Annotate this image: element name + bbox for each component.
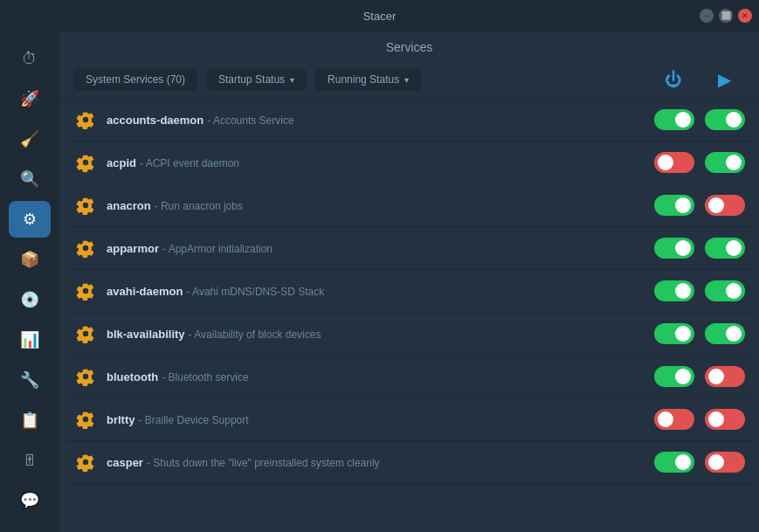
running-toggle[interactable] [705, 452, 745, 473]
startup-toggle[interactable] [654, 323, 694, 344]
service-name: blk-availability [107, 328, 185, 341]
service-gear-icon [73, 450, 98, 474]
toggle-group [654, 452, 745, 473]
sidebar-item-services[interactable]: ⚙ [9, 201, 51, 238]
service-row: casper - Shuts down the "live" preinstal… [66, 441, 752, 484]
toolbar: System Services (70) Startup Status ▾ Ru… [59, 61, 759, 99]
startup-toggle[interactable] [654, 238, 694, 259]
running-status-chevron: ▾ [404, 75, 409, 85]
startup-toggle[interactable] [654, 109, 694, 130]
service-description: - Braille Device Support [139, 414, 249, 426]
services-list: accounts-daemon - Accounts Service acpid… [59, 99, 759, 532]
service-name: apparmor [107, 242, 159, 255]
service-info: bluetooth - Bluetooth service [107, 370, 645, 383]
service-description: - Run anacron jobs [155, 200, 243, 212]
play-column-header: ▶ [703, 69, 745, 90]
system-services-label: System Services (70) [86, 73, 185, 86]
service-gear-icon [73, 193, 98, 218]
startup-status-label: Startup Status [218, 73, 285, 86]
running-toggle[interactable] [705, 152, 745, 173]
toggle-group [654, 409, 745, 430]
service-row: blk-availability - Availability of block… [66, 313, 752, 356]
sidebar-item-dashboard[interactable]: ⏱ [9, 40, 51, 77]
service-info: accounts-daemon - Accounts Service [107, 114, 645, 127]
service-row: avahi-daemon - Avahi mDNS/DNS-SD Stack [66, 270, 752, 313]
sidebar: ⏱🚀🧹🔍⚙📦💿📊🔧📋🎚💬 [0, 31, 59, 532]
service-gear-icon [73, 236, 98, 260]
service-row: anacron - Run anacron jobs [66, 184, 752, 227]
close-button[interactable]: ✕ [738, 9, 752, 23]
running-status-label: Running Status [328, 73, 399, 86]
startup-toggle[interactable] [654, 152, 694, 173]
startup-status-filter[interactable]: Startup Status ▾ [206, 68, 307, 91]
window-controls: − ⬜ ✕ [700, 9, 752, 23]
service-row: bluetooth - Bluetooth service [66, 356, 752, 398]
service-name: bluetooth [107, 370, 158, 383]
running-toggle[interactable] [705, 195, 745, 216]
service-gear-icon [73, 407, 98, 432]
running-toggle[interactable] [705, 238, 745, 259]
toggle-group [654, 323, 745, 344]
main-content: Services System Services (70) Startup St… [59, 31, 759, 532]
service-info: anacron - Run anacron jobs [107, 199, 645, 212]
sidebar-item-settings[interactable]: 🔧 [9, 362, 51, 398]
service-info: casper - Shuts down the "live" preinstal… [107, 456, 645, 469]
service-info: acpid - ACPI event daemon [107, 156, 645, 169]
running-toggle[interactable] [705, 323, 745, 344]
running-status-filter[interactable]: Running Status ▾ [315, 68, 421, 91]
service-name: casper [107, 456, 143, 469]
section-title: Services [59, 31, 759, 61]
service-description: - Bluetooth service [162, 371, 248, 383]
sidebar-item-box[interactable]: 📋 [9, 402, 51, 439]
service-name: accounts-daemon [107, 114, 204, 127]
service-info: blk-availability - Availability of block… [107, 328, 645, 341]
sidebar-item-packages[interactable]: 📦 [9, 241, 51, 278]
service-description: - ACPI event daemon [140, 157, 239, 169]
startup-toggle[interactable] [654, 409, 694, 430]
toggle-group [654, 109, 745, 130]
running-toggle[interactable] [705, 409, 745, 430]
service-gear-icon [73, 364, 98, 389]
sidebar-item-mixer[interactable]: 🎚 [9, 442, 51, 479]
title-bar: Stacer − ⬜ ✕ [0, 0, 759, 31]
service-name: acpid [107, 156, 136, 169]
service-description: - Shuts down the "live" preinstalled sys… [147, 457, 380, 469]
service-info: apparmor - AppArmor initialization [107, 242, 645, 255]
startup-toggle[interactable] [654, 366, 694, 387]
window-title: Stacer [363, 10, 397, 23]
service-info: brltty - Braille Device Support [107, 413, 645, 426]
toggle-group [654, 195, 745, 216]
running-toggle[interactable] [705, 280, 745, 301]
sidebar-item-disk[interactable]: 💿 [9, 281, 51, 318]
running-toggle[interactable] [705, 109, 745, 130]
service-info: avahi-daemon - Avahi mDNS/DNS-SD Stack [107, 285, 645, 298]
startup-toggle[interactable] [654, 280, 694, 301]
sidebar-item-terminal[interactable]: 💬 [9, 482, 51, 519]
sidebar-item-resources[interactable]: 📊 [9, 321, 51, 358]
service-row: brltty - Braille Device Support [66, 398, 752, 441]
minimize-button[interactable]: − [700, 9, 714, 23]
sidebar-item-startup[interactable]: 🚀 [9, 80, 51, 117]
startup-toggle[interactable] [654, 452, 694, 473]
service-gear-icon [73, 150, 98, 175]
toggle-group [654, 366, 745, 387]
service-name: anacron [107, 199, 151, 212]
sidebar-item-cleaner[interactable]: 🧹 [9, 121, 51, 157]
toggle-group [654, 280, 745, 301]
maximize-button[interactable]: ⬜ [719, 9, 733, 23]
startup-toggle[interactable] [654, 195, 694, 216]
service-row: acpid - ACPI event daemon [66, 142, 752, 184]
service-row: accounts-daemon - Accounts Service [66, 99, 752, 142]
service-gear-icon [73, 107, 98, 132]
service-description: - Availability of block devices [189, 328, 321, 341]
sidebar-item-search[interactable]: 🔍 [9, 161, 51, 197]
running-toggle[interactable] [705, 366, 745, 387]
power-column-header: ⏻ [652, 70, 694, 90]
service-row: apparmor - AppArmor initialization [66, 227, 752, 270]
toggle-group [654, 238, 745, 259]
service-gear-icon [73, 279, 98, 303]
service-description: - Avahi mDNS/DNS-SD Stack [186, 286, 324, 298]
service-description: - AppArmor initialization [162, 243, 273, 255]
service-name: brltty [107, 413, 135, 426]
system-services-filter[interactable]: System Services (70) [73, 68, 197, 91]
